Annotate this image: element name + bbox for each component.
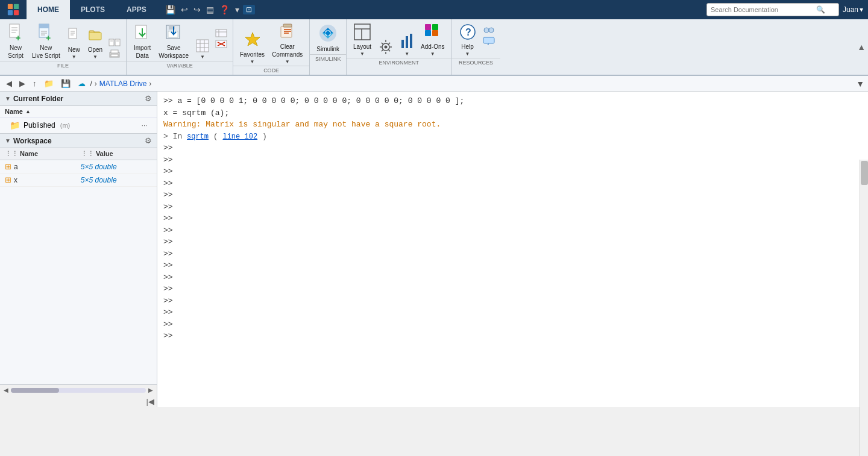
- print-button[interactable]: [107, 49, 122, 58]
- right-scrollbar-thumb[interactable]: [861, 161, 868, 185]
- name-sort-icon[interactable]: ▲: [25, 108, 31, 114]
- current-folder-chevron[interactable]: ▼: [5, 95, 11, 102]
- navbar: ◀ ▶ ↑ 📁 💾 ☁ / › MATLAB Drive › ▼: [0, 76, 868, 92]
- file-item-published[interactable]: 📁 Published (m) ···: [0, 119, 157, 132]
- layout-dropdown[interactable]: ▼: [360, 51, 365, 57]
- request-support-button[interactable]: [481, 36, 497, 46]
- workspace-settings-icon[interactable]: ⚙: [145, 136, 152, 145]
- new-button[interactable]: New ▼: [64, 26, 84, 60]
- svg-marker-44: [245, 33, 260, 46]
- var-x-value: 5×5 double: [81, 176, 117, 184]
- current-folder-settings-icon[interactable]: ⚙: [145, 94, 152, 103]
- clear-commands-button[interactable]: Clear Commands ▼: [269, 22, 306, 64]
- navbar-dropdown-arrow[interactable]: ▼: [856, 79, 864, 89]
- tab-plots[interactable]: PLOTS: [70, 0, 116, 19]
- new-live-script-button[interactable]: + New Live Script: [29, 22, 63, 60]
- tab-home[interactable]: HOME: [27, 0, 70, 19]
- new-var-dropdown[interactable]: ▼: [200, 54, 205, 60]
- simulink-button[interactable]: Simulink: [313, 22, 342, 53]
- new-variable-button[interactable]: ▼: [193, 38, 212, 60]
- search-documentation-input[interactable]: [711, 6, 816, 13]
- qa-help[interactable]: ❓: [218, 4, 231, 16]
- scroll-right-arrow[interactable]: ▶: [148, 387, 153, 393]
- workspace-name-column[interactable]: ⋮⋮ Name: [0, 148, 76, 160]
- import-data-button[interactable]: Import Data: [130, 22, 154, 60]
- nav-back-button[interactable]: ◀: [4, 78, 14, 89]
- svg-rect-68: [401, 40, 404, 48]
- svg-line-64: [382, 43, 383, 45]
- new-dropdown-arrow[interactable]: ▼: [72, 54, 77, 60]
- scroll-left-arrow[interactable]: ◀: [4, 387, 8, 393]
- var-a-value: 5×5 double: [81, 163, 117, 171]
- simulink-group-label: SIMULINK: [310, 54, 346, 63]
- command-output[interactable]: >> a = [0 0 0 0 1; 0 0 0 0 0; 0 0 0 0 0;…: [157, 92, 868, 407]
- left-collapse-icon[interactable]: |◀: [146, 397, 154, 406]
- right-scrollbar[interactable]: [860, 160, 868, 407]
- nav-forward-button[interactable]: ▶: [17, 78, 28, 89]
- variable-group-buttons: Import Data Save Workspac: [127, 19, 233, 60]
- qa-toolbar[interactable]: ▤: [204, 4, 216, 16]
- workspace-value-column[interactable]: ⋮⋮ Value: [76, 148, 157, 160]
- community-button[interactable]: [481, 25, 497, 35]
- new-live-script-label: New Live Script: [32, 44, 60, 60]
- qa-settings[interactable]: ▾: [233, 4, 241, 16]
- cmd-sqrtm-link[interactable]: sqrtm: [187, 133, 209, 141]
- path-arrow-2: ›: [149, 80, 151, 88]
- scrollbar-thumb[interactable]: [11, 388, 59, 393]
- help-dropdown[interactable]: ▼: [465, 51, 470, 57]
- workspace-label: Workspace: [13, 137, 52, 145]
- tab-apps[interactable]: APPS: [116, 0, 157, 19]
- titlebar: HOME PLOTS APPS 💾 ↩ ↪ ▤ ❓ ▾ ⊡ 🔍 Juan ▾: [0, 0, 868, 19]
- favorites-label: Favorites: [240, 51, 265, 58]
- user-menu[interactable]: Juan ▾: [843, 5, 863, 14]
- add-ons-button[interactable]: Add-Ons ▼: [418, 22, 447, 57]
- environment-group-buttons: Layout ▼: [347, 19, 451, 57]
- parallel-pools-button[interactable]: ▼: [397, 31, 417, 57]
- parallel-dropdown[interactable]: ▼: [404, 51, 409, 57]
- layout-button[interactable]: Layout ▼: [350, 22, 374, 57]
- nav-browse-button[interactable]: 📁: [42, 78, 56, 89]
- open-variable-button[interactable]: [213, 28, 229, 38]
- path-matlab-drive[interactable]: MATLAB Drive: [99, 80, 146, 88]
- nav-save-button[interactable]: 💾: [58, 78, 73, 89]
- favorites-button[interactable]: Favorites ▼: [237, 30, 268, 64]
- cmd-line102-link[interactable]: line 102: [222, 133, 257, 141]
- preferences-icon: [379, 39, 393, 57]
- workspace-chevron[interactable]: ▼: [5, 137, 11, 144]
- toolbar-group-resources: ? Help ▼: [452, 19, 500, 75]
- prompt-10: >>: [163, 249, 173, 258]
- clear-variable-button[interactable]: [213, 39, 229, 49]
- workspace-var-a[interactable]: ⊞ a 5×5 double: [0, 160, 157, 173]
- qa-back[interactable]: ↩: [179, 4, 190, 16]
- nav-up-button[interactable]: ↑: [30, 78, 39, 89]
- qa-save[interactable]: 💾: [163, 4, 177, 16]
- svg-text:?: ?: [465, 27, 471, 37]
- add-ons-dropdown[interactable]: ▼: [430, 51, 435, 57]
- nav-cloud-button[interactable]: ☁: [75, 78, 88, 89]
- qa-forward[interactable]: ↪: [192, 4, 203, 16]
- compare-button[interactable]: [107, 38, 122, 48]
- clear-commands-label: Clear Commands: [272, 43, 303, 58]
- add-ons-icon: [424, 23, 442, 42]
- workspace-var-x[interactable]: ⊞ x 5×5 double: [0, 173, 157, 187]
- new-script-button[interactable]: + New Script: [4, 22, 28, 60]
- search-icon[interactable]: 🔍: [816, 5, 825, 14]
- help-button[interactable]: ? Help ▼: [456, 22, 480, 57]
- svg-rect-2: [8, 10, 13, 15]
- horizontal-scrollbar[interactable]: ◀ ▶: [0, 384, 157, 395]
- toolbar-collapse-arrow[interactable]: ▲: [857, 42, 866, 52]
- preferences-button[interactable]: [376, 37, 396, 57]
- file-more-icon[interactable]: ···: [142, 122, 147, 129]
- clear-commands-dropdown[interactable]: ▼: [285, 59, 290, 64]
- save-workspace-button[interactable]: Save Workspace: [156, 23, 192, 60]
- open-dropdown-arrow[interactable]: ▼: [93, 54, 98, 60]
- qa-extra[interactable]: ⊡: [243, 5, 255, 14]
- workspace-header[interactable]: ▼ Workspace ⚙: [0, 134, 157, 148]
- prompt-14: >>: [163, 296, 173, 305]
- svg-rect-46: [283, 24, 292, 27]
- favorites-dropdown[interactable]: ▼: [250, 59, 255, 64]
- search-documentation-box[interactable]: 🔍: [706, 3, 839, 16]
- open-button[interactable]: Open ▼: [85, 26, 105, 60]
- svg-rect-38: [216, 30, 227, 37]
- scrollbar-track[interactable]: [11, 388, 146, 393]
